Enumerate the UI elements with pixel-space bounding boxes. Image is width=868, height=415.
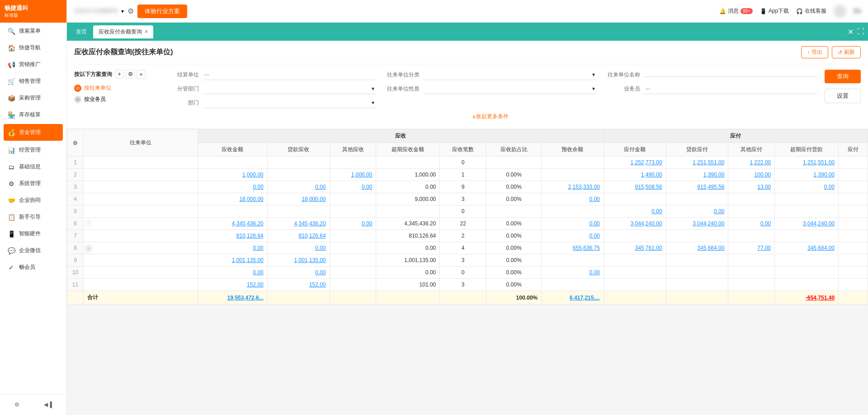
table-cell[interactable]: 1,001,135.00 xyxy=(267,254,330,267)
table-cell[interactable]: 1,490.00 xyxy=(604,169,666,181)
table-cell[interactable]: 0.00 xyxy=(267,242,330,254)
table-cell[interactable]: 3,044,240.00 xyxy=(604,218,666,230)
sidebar-item-base[interactable]: 🗂 基础信息 xyxy=(0,158,66,175)
table-cell[interactable]: 1,000.00 xyxy=(330,169,376,181)
table-cell[interactable]: 0.00 xyxy=(541,267,604,279)
table-cell[interactable]: 18,000.00 xyxy=(198,193,268,205)
table-cell[interactable]: 1,001,135.00 xyxy=(198,254,268,267)
sidebar-item-finance[interactable]: 💰 资金管理 xyxy=(4,124,63,141)
table-cell[interactable]: 810,126.64 xyxy=(198,230,268,242)
sidebar-item-sales[interactable]: 🛒 销售管理 xyxy=(0,73,66,90)
table-cell: 9 xyxy=(440,181,486,193)
sidebar-item-ops[interactable]: 📊 经营管理 xyxy=(0,142,66,158)
input-partner-nature[interactable]: ▾ xyxy=(423,84,597,94)
tab-ar-ap[interactable]: 应收应付余额查询 × xyxy=(93,25,153,38)
total-ar-amt[interactable]: 19,553,472,6... xyxy=(198,291,268,305)
table-cell[interactable]: 1,390.00 xyxy=(775,169,839,181)
sidebar-item-system[interactable]: ⚙ 系统管理 xyxy=(0,175,66,192)
solution-button[interactable]: 体验行业方案 xyxy=(137,5,187,18)
table-cell[interactable]: 3,044,240.00 xyxy=(775,218,839,230)
refresh-button[interactable]: ↺ 刷新 xyxy=(832,46,861,58)
tab-maximize-icon[interactable]: ⛶ xyxy=(857,28,864,36)
scheme-settings-button[interactable]: ⚙ xyxy=(126,70,135,79)
table-cell[interactable]: 4,345,436.20 xyxy=(267,218,330,230)
input-dept[interactable]: ▾ xyxy=(203,84,376,94)
table-cell[interactable]: 0.00 xyxy=(198,267,268,279)
table-cell[interactable]: 345,761.00 xyxy=(604,242,666,254)
scheme-collapse-button[interactable]: « xyxy=(137,70,146,79)
th-settings[interactable]: ⚙ xyxy=(67,129,84,157)
sidebar-item-purchase[interactable]: 📦 采购管理 xyxy=(0,90,66,106)
table-cell[interactable]: 0.00 xyxy=(541,230,604,242)
table-cell[interactable]: 1,251,551.00 xyxy=(666,157,728,169)
table-cell[interactable]: 0.00 xyxy=(330,181,376,193)
table-cell[interactable]: 1,251,551.00 xyxy=(775,157,839,169)
table-cell[interactable]: 18,000.00 xyxy=(267,193,330,205)
table-cell[interactable]: 0.00 xyxy=(666,205,728,218)
input-settlement[interactable]: ··· xyxy=(203,70,376,80)
sidebar-item-vip[interactable]: ✓ 畅会员 xyxy=(0,259,66,276)
table-cell[interactable]: 4,345,436.20 xyxy=(198,218,268,230)
sidebar-item-guide[interactable]: 📋 新手引导 xyxy=(0,209,66,225)
tab-close-window-icon[interactable]: ✕ xyxy=(848,28,854,36)
table-cell[interactable]: 0.00 xyxy=(267,181,330,193)
tab-close-icon[interactable]: × xyxy=(145,29,148,35)
table-cell[interactable]: 810,126.64 xyxy=(267,230,330,242)
table-cell[interactable]: 0.00 xyxy=(604,205,666,218)
table-cell[interactable]: 3,044,240.00 xyxy=(666,218,728,230)
table-cell[interactable]: 13.00 xyxy=(728,181,775,193)
sidebar-item-hardware[interactable]: 📱 智能硬件 xyxy=(0,225,66,242)
sidebar-bottom-collapse[interactable]: ◀▐ xyxy=(37,398,59,411)
sidebar-item-inventory[interactable]: 🏪 库存核算 xyxy=(0,106,66,123)
table-cell[interactable]: 0.00 xyxy=(267,267,330,279)
user-avatar[interactable] xyxy=(834,5,846,18)
sidebar-item-search-menu[interactable]: 🔍 搜索菜单 xyxy=(0,23,66,39)
total-ap-overdue[interactable]: -654,751.40 xyxy=(775,291,839,305)
table-cell[interactable]: 1,000.00 xyxy=(198,169,268,181)
sidebar-item-wechat[interactable]: 💬 企业微信 xyxy=(0,242,66,259)
sidebar-item-quick-nav[interactable]: 🏠 快捷导航 xyxy=(0,39,66,56)
setting-button[interactable]: 设置 xyxy=(825,89,861,103)
table-cell[interactable]: 0.00 xyxy=(541,193,604,205)
app-download-button[interactable]: 📱 App下载 xyxy=(760,7,789,15)
table-cell[interactable]: 0.00 xyxy=(541,218,604,230)
table-cell[interactable]: 0.00 xyxy=(198,242,268,254)
sidebar-item-marketing[interactable]: 📢 营销推广 xyxy=(0,56,66,73)
input-partner-category[interactable]: ▾ xyxy=(423,70,597,80)
total-ar-prepay[interactable]: 6,417,215.... xyxy=(541,291,604,305)
table-settings-icon[interactable]: ⚙ xyxy=(73,140,78,146)
table-cell[interactable]: 655,636.75 xyxy=(541,242,604,254)
sidebar-item-collab[interactable]: 🤝 企业协同 xyxy=(0,192,66,209)
scheme-item-partner[interactable]: ⊙ 按往来单位 xyxy=(74,82,156,94)
table-cell[interactable]: 152.00 xyxy=(267,279,330,291)
input-salesperson[interactable]: ··· xyxy=(644,84,817,94)
table-cell[interactable]: 77.00 xyxy=(728,242,775,254)
sidebar-bottom-gear[interactable]: ⚙ xyxy=(7,398,27,411)
scheme-item-salesperson[interactable]: ⊙ 按业务员 xyxy=(74,94,156,105)
input-dept2[interactable]: ▾ xyxy=(203,98,376,108)
table-cell[interactable]: 2,153,333.00 xyxy=(541,181,604,193)
filter-collapse-button[interactable]: ∧ 收起更多条件 xyxy=(163,110,817,123)
table-cell[interactable]: 1,222.00 xyxy=(728,157,775,169)
notification-button[interactable]: 🔔 消息 99+ xyxy=(719,7,753,15)
table-cell[interactable]: 0.00 xyxy=(728,218,775,230)
table-cell[interactable]: 345,684.00 xyxy=(775,242,839,254)
scheme-add-button[interactable]: + xyxy=(115,70,124,79)
table-cell[interactable]: 0.00 xyxy=(775,181,839,193)
topbar-dropdown[interactable]: ▾ xyxy=(121,8,124,14)
table-cell[interactable]: 1,252,773.00 xyxy=(604,157,666,169)
table-cell[interactable]: 0.00 xyxy=(198,181,268,193)
export-button[interactable]: ↑ 导出 xyxy=(801,46,828,58)
query-button[interactable]: 查询 xyxy=(825,70,861,83)
table-cell[interactable]: 100.00 xyxy=(728,169,775,181)
tab-home[interactable]: 首页 xyxy=(71,25,92,38)
gear-icon[interactable]: ⚙ xyxy=(127,7,134,15)
table-cell[interactable]: 0.00 xyxy=(330,218,376,230)
input-partner-name[interactable] xyxy=(644,73,817,77)
online-support-button[interactable]: 🎧 在线客服 xyxy=(796,7,826,15)
table-cell[interactable]: 152.00 xyxy=(198,279,268,291)
table-cell[interactable]: 345,684.00 xyxy=(666,242,728,254)
table-cell[interactable]: 915,508.56 xyxy=(604,181,666,193)
table-cell[interactable]: 1,390.00 xyxy=(666,169,728,181)
table-cell[interactable]: 915,495.56 xyxy=(666,181,728,193)
